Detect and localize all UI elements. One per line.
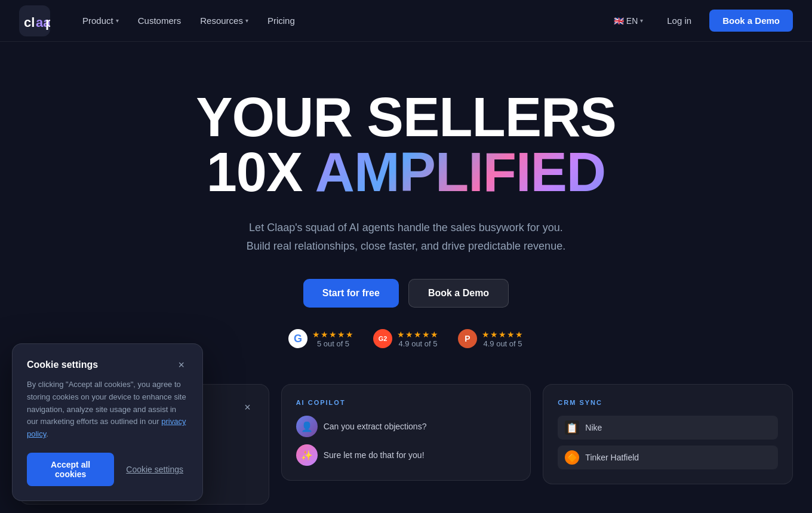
chevron-down-icon: ▾ (640, 17, 643, 24)
cookie-title: Cookie settings (27, 360, 98, 370)
hero-title-line1: YOUR SELLERS (196, 90, 616, 145)
nav-links: Product ▾ Customers Resources ▾ Pricing (74, 11, 608, 30)
lang-label: EN (626, 16, 638, 26)
hero-title-amplified: AMPLIFIED (315, 142, 606, 202)
notion-icon: 📋 (565, 420, 579, 435)
g2-rating: G2 ★★★★★ 4.9 out of 5 (373, 329, 439, 348)
ratings-section: G ★★★★★ 5 out of 5 G2 ★★★★★ 4.9 out of 5… (288, 329, 524, 348)
google-rating: G ★★★★★ 5 out of 5 (288, 329, 354, 348)
g2-stars: ★★★★★ (397, 330, 439, 339)
g2-score: 4.9 out of 5 (397, 339, 439, 348)
google-logo: G (288, 329, 307, 348)
crm-items-list: 📋 Nike 🔶 Tinker Hatfield (558, 416, 778, 469)
ai-copilot-title: AI COPILOT (296, 399, 516, 406)
google-stars: ★★★★★ (312, 330, 354, 339)
flag-icon: 🇬🇧 (614, 16, 624, 26)
start-free-button[interactable]: Start for free (303, 279, 399, 308)
ai-copilot-card: AI COPILOT 👤 Can you extract objections?… (281, 384, 531, 481)
avatar: 👤 (296, 416, 318, 437)
cookie-close-button[interactable]: × (174, 358, 188, 371)
login-button[interactable]: Log in (659, 11, 700, 30)
accept-cookies-button[interactable]: Accept all cookies (27, 453, 114, 486)
nav-pricing[interactable]: Pricing (259, 11, 303, 30)
hero-title-line2: 10X AMPLIFIED (196, 145, 616, 199)
language-selector[interactable]: 🇬🇧 EN ▾ (608, 13, 649, 29)
logo[interactable]: cl aa p (19, 5, 50, 36)
hero-title: YOUR SELLERS 10X AMPLIFIED (196, 90, 616, 199)
producthunt-logo: P (458, 329, 477, 348)
list-item: 📋 Nike (558, 416, 778, 440)
crm-sync-card: CRM SYNC 📋 Nike 🔶 Tinker Hatfield (543, 384, 793, 484)
nav-right: 🇬🇧 EN ▾ Log in Book a Demo (608, 10, 793, 32)
hero-title-10x: 10X (207, 142, 303, 202)
chat-messages: 👤 Can you extract objections? ✨ Sure let… (296, 416, 516, 466)
hero-subtitle: Let Claap's squad of AI agents handle th… (247, 219, 565, 255)
nav-customers[interactable]: Customers (130, 11, 190, 30)
nav-product[interactable]: Product ▾ (74, 11, 127, 30)
crm-sync-title: CRM SYNC (558, 399, 778, 406)
svg-text:cl: cl (24, 15, 35, 30)
chat-message: ✨ Sure let me do that for you! (296, 444, 516, 466)
producthunt-score: 4.9 out of 5 (482, 339, 524, 348)
list-item: 🔶 Tinker Hatfield (558, 446, 778, 469)
cookie-settings-button[interactable]: Cookie settings (121, 453, 188, 486)
producthunt-stars: ★★★★★ (482, 330, 524, 339)
book-demo-nav-button[interactable]: Book a Demo (709, 10, 793, 32)
g2-logo: G2 (373, 329, 392, 348)
google-score: 5 out of 5 (312, 339, 354, 348)
chevron-down-icon: ▾ (116, 17, 119, 24)
navbar: cl aa p Product ▾ Customers Resources ▾ … (0, 0, 812, 42)
note-templates-close[interactable]: × (241, 401, 254, 414)
cookie-actions: Accept all cookies Cookie settings (27, 453, 188, 486)
cookie-header: Cookie settings × (27, 358, 188, 371)
cookie-banner: Cookie settings × By clicking "Accept al… (12, 343, 203, 501)
cookie-body-text: By clicking "Accept all cookies", you ag… (27, 379, 188, 441)
producthunt-rating: P ★★★★★ 4.9 out of 5 (458, 329, 524, 348)
hubspot-icon: 🔶 (565, 450, 579, 465)
avatar: ✨ (296, 444, 318, 466)
hero-buttons: Start for free Book a Demo (303, 279, 509, 308)
svg-text:p: p (45, 15, 50, 30)
chevron-down-icon: ▾ (245, 17, 248, 24)
nav-resources[interactable]: Resources ▾ (192, 11, 257, 30)
book-demo-hero-button[interactable]: Book a Demo (408, 279, 509, 308)
hero-section: YOUR SELLERS 10X AMPLIFIED Let Claap's s… (0, 42, 812, 372)
chat-message: 👤 Can you extract objections? (296, 416, 516, 437)
